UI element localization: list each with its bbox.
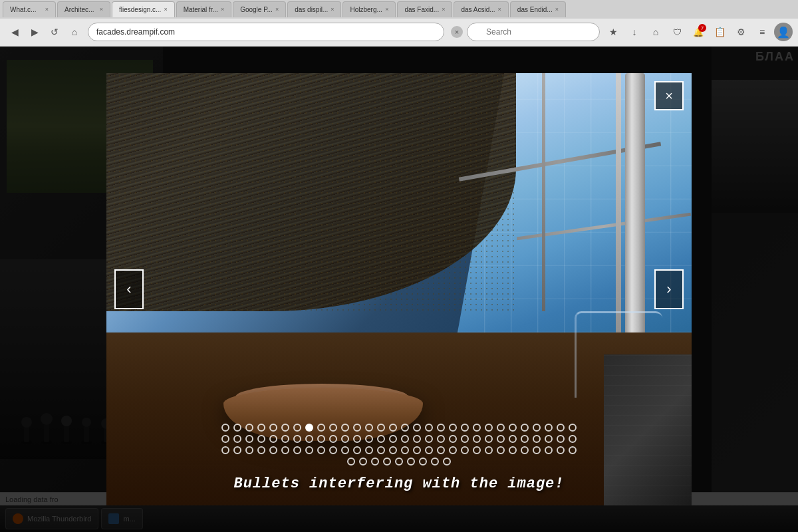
bullet-row3-15[interactable]	[401, 446, 409, 454]
bullet-row1-11[interactable]	[353, 424, 361, 432]
bullet-row1-22[interactable]	[485, 424, 493, 432]
bullet-row2-27[interactable]	[545, 435, 553, 443]
bullet-row4-8[interactable]	[443, 458, 451, 466]
forward-button[interactable]: ▶	[25, 23, 44, 41]
tab-0-close[interactable]: ×	[45, 6, 49, 13]
tab-0[interactable]: What.c... ×	[3, 1, 56, 17]
bullet-row3-25[interactable]	[521, 446, 529, 454]
bullet-row2-14[interactable]	[389, 435, 397, 443]
profile-icon[interactable]: 👤	[774, 23, 793, 41]
bullet-row3-24[interactable]	[509, 446, 517, 454]
tab-7-close[interactable]: ×	[442, 6, 445, 13]
bullet-row2-1[interactable]	[233, 435, 241, 443]
bullet-row4-7[interactable]	[431, 458, 439, 466]
bullet-row4-5[interactable]	[407, 458, 415, 466]
tab-4-close[interactable]: ×	[275, 6, 279, 13]
bullet-row2-3[interactable]	[257, 435, 265, 443]
bullet-row3-7[interactable]	[305, 446, 313, 454]
bullet-row1-24[interactable]	[509, 424, 517, 432]
clipboard-icon[interactable]: 📋	[710, 23, 729, 41]
tab-2[interactable]: fliesdesign.c... ×	[112, 1, 175, 17]
bullet-row1-2[interactable]	[245, 424, 253, 432]
bullet-row1-19[interactable]	[449, 424, 457, 432]
bullet-row2-11[interactable]	[353, 435, 361, 443]
extensions-icon[interactable]: ⚙	[732, 23, 750, 41]
lightbox-close-button[interactable]: ×	[654, 81, 684, 110]
bullet-row2-15[interactable]	[401, 435, 409, 443]
bullet-row2-2[interactable]	[245, 435, 253, 443]
bullet-row3-2[interactable]	[245, 446, 253, 454]
bullet-row3-6[interactable]	[293, 446, 301, 454]
bullet-row4-2[interactable]	[371, 458, 379, 466]
bullet-row4-1[interactable]	[359, 458, 367, 466]
tab-5[interactable]: das dispil... ×	[287, 1, 341, 17]
bullet-row3-16[interactable]	[413, 446, 421, 454]
back-button[interactable]: ◀	[5, 23, 24, 41]
bullet-row1-0[interactable]	[221, 424, 229, 432]
lightbox-prev-button[interactable]: ‹	[114, 269, 144, 309]
bullet-row2-19[interactable]	[449, 435, 457, 443]
bullet-row2-23[interactable]	[497, 435, 505, 443]
bullet-row1-4[interactable]	[269, 424, 277, 432]
bullet-row2-13[interactable]	[377, 435, 385, 443]
bullet-row2-6[interactable]	[293, 435, 301, 443]
bullet-row3-20[interactable]	[461, 446, 469, 454]
bullet-row2-20[interactable]	[461, 435, 469, 443]
bullet-row1-29[interactable]	[569, 424, 577, 432]
bullet-row1-26[interactable]	[533, 424, 541, 432]
bullet-row3-21[interactable]	[473, 446, 481, 454]
bullet-row2-4[interactable]	[269, 435, 277, 443]
bullet-row2-8[interactable]	[317, 435, 325, 443]
bullet-row2-29[interactable]	[569, 435, 577, 443]
search-input[interactable]	[467, 23, 600, 41]
bullet-row3-23[interactable]	[497, 446, 505, 454]
download-icon[interactable]: ↓	[625, 23, 644, 41]
bullet-row2-28[interactable]	[557, 435, 565, 443]
bullet-row1-23[interactable]	[497, 424, 505, 432]
bullet-row1-9[interactable]	[329, 424, 337, 432]
bullet-row3-3[interactable]	[257, 446, 265, 454]
bullet-row3-0[interactable]	[221, 446, 229, 454]
tab-9-close[interactable]: ×	[555, 6, 559, 13]
bullet-row1-15[interactable]	[401, 424, 409, 432]
bullet-row1-8[interactable]	[317, 424, 325, 432]
tab-2-close[interactable]: ×	[164, 6, 167, 13]
tab-1-close[interactable]: ×	[100, 6, 103, 13]
tab-7[interactable]: das Faxid... ×	[397, 1, 452, 17]
bullet-row3-27[interactable]	[545, 446, 553, 454]
bullet-row1-1[interactable]	[233, 424, 241, 432]
bullet-row1-10[interactable]	[341, 424, 349, 432]
bullet-row4-3[interactable]	[383, 458, 391, 466]
bullet-row1-21[interactable]	[473, 424, 481, 432]
bullet-row2-26[interactable]	[533, 435, 541, 443]
bullet-row3-5[interactable]	[281, 446, 289, 454]
bullet-row1-3[interactable]	[257, 424, 265, 432]
bullet-row1-12[interactable]	[365, 424, 373, 432]
lightbox-overlay[interactable]: E × ‹ ›	[0, 47, 798, 532]
bullet-row1-25[interactable]	[521, 424, 529, 432]
bullet-row2-25[interactable]	[521, 435, 529, 443]
bullet-row3-14[interactable]	[389, 446, 397, 454]
tab-8-close[interactable]: ×	[498, 6, 501, 13]
tab-1[interactable]: Architec... ×	[57, 1, 110, 17]
bullet-row3-11[interactable]	[353, 446, 361, 454]
bullet-row3-22[interactable]	[485, 446, 493, 454]
bullet-row1-17[interactable]	[425, 424, 433, 432]
bullet-row3-12[interactable]	[365, 446, 373, 454]
bullet-row3-18[interactable]	[437, 446, 445, 454]
bullet-row2-24[interactable]	[509, 435, 517, 443]
bullet-row1-20[interactable]	[461, 424, 469, 432]
bullet-row2-7[interactable]	[305, 435, 313, 443]
tab-5-close[interactable]: ×	[331, 6, 334, 13]
bullet-row3-4[interactable]	[269, 446, 277, 454]
bullet-row3-17[interactable]	[425, 446, 433, 454]
bullet-row1-16[interactable]	[413, 424, 421, 432]
bullet-row3-8[interactable]	[317, 446, 325, 454]
bullet-row3-19[interactable]	[449, 446, 457, 454]
bullet-row4-6[interactable]	[419, 458, 427, 466]
bullet-row3-26[interactable]	[533, 446, 541, 454]
home-icon[interactable]: ⌂	[646, 23, 665, 41]
bullet-row3-10[interactable]	[341, 446, 349, 454]
bullet-row2-9[interactable]	[329, 435, 337, 443]
tab-8[interactable]: das Acsid... ×	[454, 1, 508, 17]
